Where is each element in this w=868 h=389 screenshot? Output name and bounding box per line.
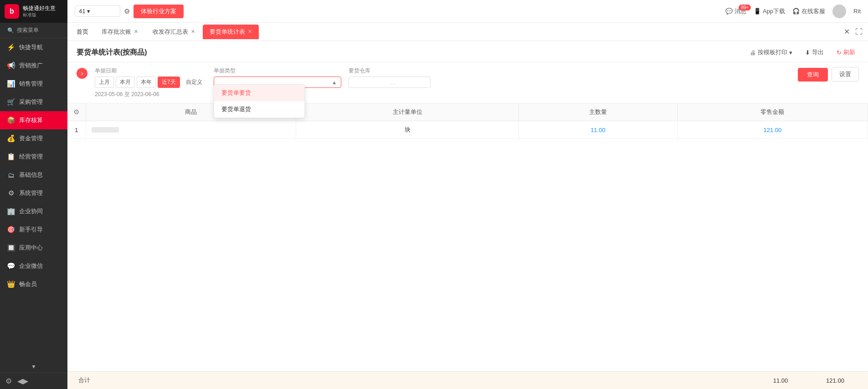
col-gear-icon[interactable]: ⚙: [73, 108, 79, 116]
col-amount: 零售金额: [677, 103, 868, 121]
print-label: 按模板打印: [758, 48, 787, 56]
collapse-icon[interactable]: ◀▶: [17, 377, 28, 385]
refresh-btn[interactable]: ↻ 刷新: [833, 46, 859, 58]
msg-btn[interactable]: 💬 消息 99+: [725, 7, 746, 15]
member-icon: 👑: [6, 280, 15, 289]
msg-badge: 99+: [739, 5, 751, 10]
sidebar-item-sales[interactable]: 📊 销售管理: [0, 75, 67, 93]
row-amount: 121.00: [677, 121, 868, 139]
close-tab-receive-summary[interactable]: ✕: [191, 29, 195, 35]
warehouse-label: 要货仓库: [349, 67, 431, 75]
tabbar-actions: ✕ ⛶: [842, 26, 864, 38]
sidebar-item-enterprise[interactable]: 🏢 企业协同: [0, 202, 67, 220]
sidebar-item-member[interactable]: 👑 畅会员: [0, 275, 67, 293]
filter-expand-btn[interactable]: ›: [77, 68, 87, 79]
search-icon: 🔍: [7, 27, 14, 34]
sidebar-item-operations[interactable]: 📋 经营管理: [0, 148, 67, 166]
data-table: ⚙ 商品 主计量单位 主数量 零售金额 1: [67, 103, 868, 139]
chevron-up-icon[interactable]: ▲: [332, 79, 337, 86]
tab-expand-btn[interactable]: ⛶: [853, 26, 864, 38]
topbar-left: 41 ▾ ⚙ 体验行业方案: [75, 5, 720, 18]
content: 要货单统计表(按商品) 🖨 按模板打印 ▾ ⬇ 导出 ↻ 刷新: [67, 41, 868, 389]
settings-btn[interactable]: 设置: [832, 67, 859, 82]
date-btn-7days[interactable]: 近7天: [158, 77, 180, 88]
operations-icon: 📋: [6, 152, 15, 161]
date-btns: 上月 本月 本年 近7天 自定义: [95, 77, 206, 88]
chevron-down-icon: ▾: [789, 49, 792, 56]
tab-home[interactable]: 首页: [71, 25, 94, 39]
enterprise-icon: 🏢: [6, 207, 15, 216]
date-custom-btn[interactable]: 自定义: [182, 77, 206, 88]
sidebar-item-label: 应用中心: [19, 244, 43, 252]
wechat-icon: 💬: [6, 261, 15, 271]
sidebar-item-marketing[interactable]: 📢 营销推广: [0, 56, 67, 75]
app-download-btn[interactable]: 📱 App下载: [754, 7, 785, 15]
sidebar-item-wechat[interactable]: 💬 企业微信: [0, 257, 67, 275]
sidebar-scroll-down[interactable]: ▼: [0, 361, 67, 373]
date-filter-group: 单据日期 上月 本月 本年 近7天 自定义 2023-05-06 至 2023-…: [95, 67, 206, 98]
date-btn-last-month[interactable]: 上月: [95, 77, 114, 88]
company-selector[interactable]: 41 ▾: [75, 5, 120, 17]
export-icon: ⬇: [805, 49, 810, 56]
sidebar-item-apps[interactable]: 🔲 应用中心: [0, 239, 67, 257]
date-filter-label: 单据日期: [95, 67, 206, 75]
col-unit: 主计量单位: [296, 103, 519, 121]
export-label: 导出: [812, 48, 824, 56]
sidebar-item-label: 畅会员: [19, 280, 37, 288]
sidebar-item-label: 企业协同: [19, 207, 43, 215]
row-index: 1: [67, 121, 86, 139]
quantity-link[interactable]: 11.00: [591, 127, 606, 133]
sidebar-item-inventory[interactable]: 📦 库存核算: [0, 111, 67, 129]
search-label: 搜索菜单: [17, 26, 39, 34]
sidebar-item-guide[interactable]: 🎯 新手引导: [0, 220, 67, 239]
warehouse-input[interactable]: …: [349, 77, 431, 88]
sales-icon: 📊: [6, 79, 15, 88]
export-btn[interactable]: ⬇ 导出: [801, 46, 827, 58]
more-icon[interactable]: …: [390, 79, 426, 86]
close-tab-order-stats[interactable]: ✕: [248, 29, 252, 35]
sidebar-item-finance[interactable]: 💰 资金管理: [0, 129, 67, 148]
chevron-down-icon: ▾: [87, 8, 90, 15]
msg-icon: 💬: [725, 8, 733, 15]
print-btn[interactable]: 🖨 按模板打印 ▾: [746, 46, 796, 58]
sidebar-item-label: 快捷导航: [19, 43, 43, 51]
tab-inventory-batch[interactable]: 库存批次账 ✕: [95, 25, 145, 39]
service-btn[interactable]: 🎧 在线客服: [792, 7, 825, 15]
sidebar-search[interactable]: 🔍 搜索菜单: [0, 23, 67, 38]
sidebar-item-system[interactable]: ⚙ 系统管理: [0, 184, 67, 202]
topbar-gear-icon[interactable]: ⚙: [124, 7, 130, 15]
row-quantity: 11.00: [519, 121, 678, 139]
sidebar-item-label: 基础信息: [19, 171, 43, 179]
query-btn[interactable]: 查询: [798, 68, 828, 82]
sidebar-item-basic[interactable]: 🗂 基础信息: [0, 166, 67, 184]
tab-receive-summary[interactable]: 收发存汇总表 ✕: [146, 25, 202, 39]
sidebar-item-label: 采购管理: [19, 98, 43, 106]
trial-btn[interactable]: 体验行业方案: [134, 5, 184, 18]
page-header: 要货单统计表(按商品) 🖨 按模板打印 ▾ ⬇ 导出 ↻ 刷新: [67, 41, 868, 62]
date-btn-this-month[interactable]: 本月: [116, 77, 135, 88]
print-icon: 🖨: [750, 49, 756, 56]
apps-icon: 🔲: [6, 243, 15, 252]
date-btn-this-year[interactable]: 本年: [137, 77, 156, 88]
dropdown-option-2[interactable]: 要货单退货: [214, 101, 304, 118]
user-avatar[interactable]: [832, 5, 846, 18]
footer-quantity: 11.00: [753, 377, 808, 384]
amount-link[interactable]: 121.00: [763, 127, 781, 133]
marketing-icon: 📢: [6, 61, 15, 70]
type-dropdown: 要货单要货 要货单退货: [214, 84, 305, 118]
sidebar-item-quick-nav[interactable]: ⚡ 快捷导航: [0, 38, 67, 56]
sidebar-nav: ⚡ 快捷导航 📢 营销推广 📊 销售管理 🛒 采购管理 📦 库存核算 💰 资金管…: [0, 38, 67, 361]
expand-icon: ›: [81, 70, 83, 77]
table-footer: 合计 11.00 121.00: [67, 371, 868, 389]
tab-order-stats[interactable]: 要货单统计表 ✕: [203, 25, 259, 39]
logo-sub: 标准版: [23, 12, 56, 18]
tab-close-all-btn[interactable]: ✕: [842, 26, 852, 38]
settings-icon[interactable]: ⚙: [5, 377, 12, 385]
sidebar-item-purchase[interactable]: 🛒 采购管理: [0, 93, 67, 111]
tabbar: 首页 库存批次账 ✕ 收发存汇总表 ✕ 要货单统计表 ✕ ✕ ⛶: [67, 23, 868, 41]
date-filter-row: 上月 本月 本年 近7天 自定义: [95, 77, 206, 88]
sidebar-item-label: 销售管理: [19, 80, 43, 88]
dropdown-option-1[interactable]: 要货单要货: [214, 85, 304, 101]
close-tab-inventory-batch[interactable]: ✕: [134, 29, 138, 35]
app-label: App下载: [763, 7, 785, 15]
